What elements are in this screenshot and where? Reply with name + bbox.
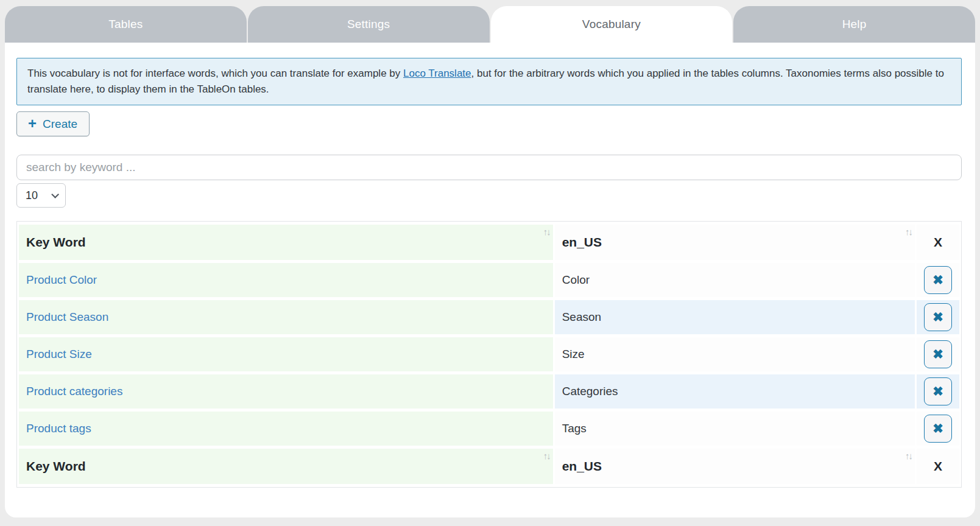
table-row: Product Color Color ✖ (19, 263, 959, 297)
page-size-value: 10 (26, 189, 38, 202)
table-row: Product Size Size ✖ (19, 337, 959, 371)
keyword-link[interactable]: Product categories (26, 385, 122, 398)
delete-button[interactable]: ✖ (924, 340, 952, 368)
notice-box: This vocabulary is not for interface wor… (16, 58, 962, 105)
sort-icon[interactable]: ↑↓ (905, 226, 912, 237)
delete-x-icon: ✖ (932, 421, 943, 436)
delete-cell: ✖ (917, 263, 959, 297)
translation-cell: Categories (555, 374, 915, 409)
keyword-cell: Product Season (19, 300, 553, 334)
delete-button[interactable]: ✖ (924, 415, 952, 443)
create-button-label: Create (43, 117, 77, 131)
search-input[interactable] (16, 155, 962, 180)
translation-cell: Color (555, 263, 915, 297)
delete-x-icon: ✖ (932, 384, 943, 399)
keyword-link[interactable]: Product Season (26, 310, 108, 323)
tab-settings[interactable]: Settings (248, 6, 490, 43)
keyword-cell: Product Color (19, 263, 553, 297)
keyword-cell: Product Size (19, 337, 553, 371)
sort-icon[interactable]: ↑↓ (543, 226, 550, 237)
keyword-link[interactable]: Product Size (26, 348, 92, 360)
tab-bar: Tables Settings Vocabulary Help (0, 0, 980, 43)
delete-x-icon: ✖ (932, 347, 943, 362)
translation-cell: Tags (555, 412, 915, 446)
delete-cell: ✖ (917, 412, 959, 446)
plus-icon: + (28, 116, 37, 131)
table-row: Product Season Season ✖ (19, 300, 959, 334)
tab-vocabulary[interactable]: Vocabulary (491, 6, 733, 43)
col-header-lang-label: en_US (562, 235, 602, 249)
tab-help[interactable]: Help (733, 6, 975, 43)
page-size-select[interactable]: 10 (16, 183, 66, 208)
table-row: Product tags Tags ✖ (19, 412, 959, 446)
table-body: Product Color Color ✖ Product Season Sea… (19, 263, 959, 446)
footer-col-keyword[interactable]: Key Word ↑↓ (19, 449, 553, 484)
table-header-row: Key Word ↑↓ en_US ↑↓ X (19, 225, 959, 260)
content-panel: This vocabulary is not for interface wor… (5, 43, 975, 517)
tab-tables[interactable]: Tables (5, 6, 247, 43)
footer-col-lang[interactable]: en_US ↑↓ (555, 449, 915, 484)
keyword-cell: Product tags (19, 412, 553, 446)
chevron-down-icon (51, 191, 59, 198)
col-header-lang[interactable]: en_US ↑↓ (555, 225, 915, 260)
delete-button[interactable]: ✖ (924, 266, 952, 294)
notice-text-before: This vocabulary is not for interface wor… (27, 68, 403, 79)
translation-cell: Size (555, 337, 915, 371)
table-row: Product categories Categories ✖ (19, 374, 959, 409)
keyword-link[interactable]: Product Color (26, 273, 97, 286)
delete-cell: ✖ (917, 300, 959, 334)
col-header-delete: X (917, 225, 959, 260)
footer-col-delete: X (917, 449, 959, 484)
sort-icon[interactable]: ↑↓ (905, 451, 912, 461)
loco-translate-link[interactable]: Loco Translate (403, 68, 471, 79)
delete-x-icon: ✖ (932, 273, 943, 287)
footer-col-keyword-label: Key Word (26, 459, 86, 473)
delete-button[interactable]: ✖ (924, 303, 952, 331)
sort-icon[interactable]: ↑↓ (543, 451, 550, 461)
translation-cell: Season (555, 300, 915, 334)
table-footer-row: Key Word ↑↓ en_US ↑↓ X (19, 449, 959, 484)
create-button[interactable]: + Create (16, 111, 90, 136)
vocabulary-table: Key Word ↑↓ en_US ↑↓ X Product Color Col… (16, 221, 962, 488)
delete-x-icon: ✖ (932, 310, 943, 324)
keyword-link[interactable]: Product tags (26, 422, 91, 435)
delete-button[interactable]: ✖ (924, 377, 952, 405)
footer-col-lang-label: en_US (562, 459, 602, 473)
delete-cell: ✖ (917, 374, 959, 409)
delete-cell: ✖ (917, 337, 959, 371)
keyword-cell: Product categories (19, 374, 553, 409)
col-header-keyword-label: Key Word (26, 235, 86, 249)
col-header-keyword[interactable]: Key Word ↑↓ (19, 225, 553, 260)
